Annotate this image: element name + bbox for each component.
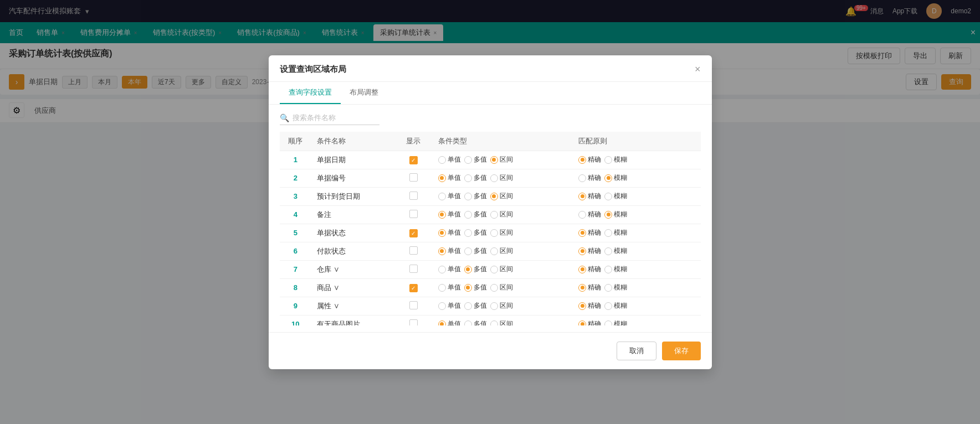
- modal-dialog: 设置查询区域布局 × 查询字段设置 布局调整 🔍: [269, 55, 712, 369]
- radio-single-3[interactable]: 单值: [438, 210, 461, 219]
- cell-type-5: 单值 多值 区间: [433, 242, 573, 260]
- display-checkbox-9[interactable]: [409, 319, 418, 325]
- radio-single-1[interactable]: 单值: [438, 173, 461, 183]
- cell-match-4: 精确 模糊: [573, 224, 700, 242]
- radio-single-0[interactable]: 单值: [438, 155, 461, 164]
- cell-display-3[interactable]: [394, 205, 433, 224]
- radio-range-0[interactable]: 区间: [490, 155, 513, 164]
- radio-single-6[interactable]: 单值: [438, 265, 461, 274]
- radio-exact-7[interactable]: 精确: [578, 283, 601, 292]
- cell-display-6[interactable]: [394, 260, 433, 278]
- radio-range-8[interactable]: 区间: [490, 301, 513, 311]
- cell-display-0[interactable]: [394, 151, 433, 169]
- radio-multi-2[interactable]: 多值: [464, 192, 487, 201]
- radio-fuzzy-4[interactable]: 模糊: [604, 228, 627, 237]
- display-checkbox-8[interactable]: [409, 301, 418, 309]
- radio-fuzzy-6[interactable]: 模糊: [604, 265, 627, 274]
- radio-single-9[interactable]: 单值: [438, 319, 461, 325]
- cell-display-2[interactable]: [394, 187, 433, 205]
- radio-range-2[interactable]: 区间: [490, 192, 513, 201]
- radio-multi-5[interactable]: 多值: [464, 246, 487, 256]
- display-checkbox-3[interactable]: [409, 210, 418, 218]
- modal-footer: 取消 保存: [269, 332, 712, 369]
- modal-close-button[interactable]: ×: [695, 64, 701, 74]
- cell-match-8: 精确 模糊: [573, 297, 700, 315]
- radio-multi-8[interactable]: 多值: [464, 301, 487, 311]
- display-checkbox-0[interactable]: [409, 156, 418, 164]
- radio-exact-9[interactable]: 精确: [578, 319, 601, 325]
- cell-display-1[interactable]: [394, 169, 433, 187]
- table-row: 4备注 单值 多值 区间 精确 模糊: [280, 205, 701, 224]
- display-checkbox-2[interactable]: [409, 192, 418, 200]
- cell-display-4[interactable]: [394, 224, 433, 242]
- radio-fuzzy-3[interactable]: 模糊: [604, 210, 627, 219]
- cell-order-6: 7: [280, 260, 312, 278]
- radio-single-4[interactable]: 单值: [438, 228, 461, 237]
- radio-multi-7[interactable]: 多值: [464, 283, 487, 292]
- modal-tab-layout[interactable]: 布局调整: [341, 82, 387, 104]
- cell-display-7[interactable]: [394, 278, 433, 297]
- radio-range-4[interactable]: 区间: [490, 228, 513, 237]
- radio-fuzzy-9[interactable]: 模糊: [604, 319, 627, 325]
- cancel-button[interactable]: 取消: [617, 342, 656, 360]
- radio-fuzzy-1[interactable]: 模糊: [604, 173, 627, 183]
- radio-single-7[interactable]: 单值: [438, 283, 461, 292]
- radio-single-8[interactable]: 单值: [438, 301, 461, 311]
- cell-display-5[interactable]: [394, 242, 433, 260]
- display-checkbox-7[interactable]: [409, 284, 418, 292]
- radio-fuzzy-0[interactable]: 模糊: [604, 155, 627, 164]
- cell-match-6: 精确 模糊: [573, 260, 700, 278]
- radio-multi-4[interactable]: 多值: [464, 228, 487, 237]
- condition-search-input[interactable]: [293, 113, 370, 122]
- radio-exact-5[interactable]: 精确: [578, 246, 601, 256]
- radio-multi-1[interactable]: 多值: [464, 173, 487, 183]
- radio-range-7[interactable]: 区间: [490, 283, 513, 292]
- radio-range-3[interactable]: 区间: [490, 210, 513, 219]
- display-checkbox-4[interactable]: [409, 229, 418, 237]
- radio-single-2[interactable]: 单值: [438, 192, 461, 201]
- radio-range-1[interactable]: 区间: [490, 173, 513, 183]
- cell-match-7: 精确 模糊: [573, 278, 700, 297]
- radio-single-5[interactable]: 单值: [438, 246, 461, 256]
- radio-exact-6[interactable]: 精确: [578, 265, 601, 274]
- cell-match-1: 精确 模糊: [573, 169, 700, 187]
- radio-exact-8[interactable]: 精确: [578, 301, 601, 311]
- cell-type-7: 单值 多值 区间: [433, 278, 573, 297]
- cell-match-5: 精确 模糊: [573, 242, 700, 260]
- cell-type-2: 单值 多值 区间: [433, 187, 573, 205]
- cell-type-6: 单值 多值 区间: [433, 260, 573, 278]
- table-header-row: 顺序 条件名称 显示 条件类型 匹配原则: [280, 132, 701, 151]
- radio-exact-0[interactable]: 精确: [578, 155, 601, 164]
- table-row: 1单据日期 单值 多值 区间 精确 模糊: [280, 151, 701, 169]
- col-header-display: 显示: [394, 132, 433, 151]
- radio-multi-9[interactable]: 多值: [464, 319, 487, 325]
- radio-multi-0[interactable]: 多值: [464, 155, 487, 164]
- radio-range-9[interactable]: 区间: [490, 319, 513, 325]
- radio-fuzzy-8[interactable]: 模糊: [604, 301, 627, 311]
- cell-display-8[interactable]: [394, 297, 433, 315]
- table-row: 10有无商品图片 单值 多值 区间 精确 模糊: [280, 315, 701, 325]
- save-button[interactable]: 保存: [662, 342, 701, 360]
- table-row: 7仓库 ∨ 单值 多值 区间 精确 模糊: [280, 260, 701, 278]
- radio-exact-1[interactable]: 精确: [578, 173, 601, 183]
- radio-exact-4[interactable]: 精确: [578, 228, 601, 237]
- radio-exact-2[interactable]: 精确: [578, 192, 601, 201]
- display-checkbox-5[interactable]: [409, 246, 418, 255]
- col-header-type: 条件类型: [433, 132, 573, 151]
- modal-tab-query-fields[interactable]: 查询字段设置: [280, 82, 341, 104]
- display-checkbox-1[interactable]: [409, 173, 418, 182]
- cell-name-3: 备注: [311, 205, 394, 224]
- table-row: 6付款状态 单值 多值 区间 精确 模糊: [280, 242, 701, 260]
- table-row: 8商品 ∨ 单值 多值 区间 精确 模糊: [280, 278, 701, 297]
- cell-name-6: 仓库 ∨: [311, 260, 394, 278]
- cell-display-9[interactable]: [394, 315, 433, 325]
- display-checkbox-6[interactable]: [409, 265, 418, 273]
- radio-range-6[interactable]: 区间: [490, 265, 513, 274]
- radio-fuzzy-2[interactable]: 模糊: [604, 192, 627, 201]
- radio-multi-3[interactable]: 多值: [464, 210, 487, 219]
- radio-exact-3[interactable]: 精确: [578, 210, 601, 219]
- radio-fuzzy-7[interactable]: 模糊: [604, 283, 627, 292]
- radio-range-5[interactable]: 区间: [490, 246, 513, 256]
- radio-multi-6[interactable]: 多值: [464, 265, 487, 274]
- radio-fuzzy-5[interactable]: 模糊: [604, 246, 627, 256]
